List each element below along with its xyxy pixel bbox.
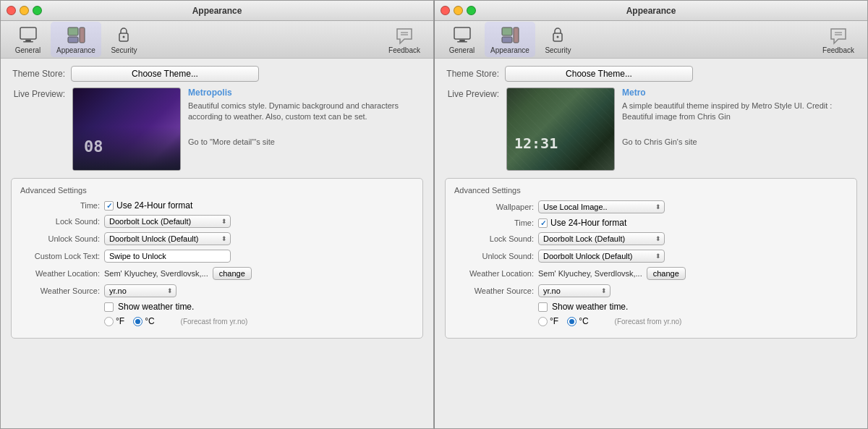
svg-rect-15 [514,27,519,43]
temp-f-option-left[interactable]: °F [104,316,124,326]
weather-location-value-right: Sem' Klyuchey, Sverdlovsk,... [538,269,642,278]
minimize-button-right[interactable] [454,6,463,15]
maximize-button[interactable] [33,6,42,15]
time-label-right: Time: [454,218,534,227]
security-label-left: Security [111,46,137,54]
lock-sound-select-left[interactable]: Doorbolt Lock (Default) [104,215,231,228]
temp-c-radio-left[interactable] [133,317,142,326]
advanced-section-right: Advanced Settings Wallpaper: Use Local I… [445,178,857,339]
preview-thumbnail-right [506,88,615,171]
weather-change-btn-right[interactable]: change [647,267,686,280]
general-tab-right[interactable]: General [442,22,482,57]
lock-sound-select-wrapper-right: Doorbolt Lock (Default) [538,232,665,245]
time-label-left: Time: [20,201,100,210]
advanced-title-left: Advanced Settings [20,186,414,195]
time-checkbox-left[interactable] [104,201,114,211]
temp-f-radio-left[interactable] [104,317,114,326]
show-weather-label-left: Show weather time. [118,302,194,312]
feedback-btn-left[interactable]: Feedback [383,22,426,57]
theme-name-right[interactable]: Metro [622,88,857,98]
lock-sound-select-right[interactable]: Doorbolt Lock (Default) [538,232,665,245]
weather-source-row-left: Weather Source: yr.no [20,284,414,297]
appearance-icon-left [66,25,86,45]
forecast-note-right: (Forecast from yr.no) [615,318,682,326]
custom-lock-input-left[interactable] [104,250,231,263]
unlock-sound-label-left: Unlock Sound: [20,234,100,243]
maximize-button-right[interactable] [467,6,476,15]
preview-info-left: Metropolis Beautiful comics style. Dynam… [188,88,423,146]
live-preview-label-right: Live Preview: [445,88,499,99]
svg-rect-1 [25,40,31,41]
custom-lock-label-left: Custom Lock Text: [20,252,100,260]
weather-source-select-left[interactable]: yr.no [104,284,176,297]
general-icon-left [18,25,38,45]
svg-rect-4 [68,37,78,43]
choose-theme-button-right[interactable]: Choose Theme... [505,66,693,82]
time-checkbox-row-left: Use 24-Hour format [104,200,192,211]
temp-c-option-left[interactable]: °C [133,316,154,326]
svg-rect-13 [502,27,512,35]
weather-source-label-left: Weather Source: [20,286,100,295]
close-button-right[interactable] [441,6,450,15]
temp-f-label-left: °F [116,316,124,326]
advanced-section-left: Advanced Settings Time: Use 24-Hour form… [11,178,423,339]
theme-link-left[interactable]: Go to "More detail"'s site [188,137,423,146]
appearance-tab-right[interactable]: Appearance [485,22,535,57]
wallpaper-select-right[interactable]: Use Local Image.. [538,200,665,213]
lock-sound-label-left: Lock Sound: [20,217,100,226]
temp-c-radio-right[interactable] [567,317,576,326]
weather-source-select-right[interactable]: yr.no [538,284,610,297]
svg-rect-0 [20,27,36,39]
temp-f-radio-right[interactable] [538,317,548,326]
general-tab-left[interactable]: General [8,22,48,57]
time-row-right: Time: Use 24-Hour format [454,218,848,228]
unlock-sound-select-left[interactable]: Doorbolt Unlock (Default) [104,232,231,245]
window-controls-left [7,6,42,15]
close-button[interactable] [7,6,16,15]
show-weather-row-left: Show weather time. [20,302,414,312]
time-checkbox-label-right: Use 24-Hour format [550,218,626,228]
temp-c-option-right[interactable]: °C [567,316,588,326]
svg-point-17 [557,36,559,38]
theme-store-label-right: Theme Store: [445,69,499,79]
theme-name-left[interactable]: Metropolis [188,88,423,98]
theme-store-row-left: Theme Store: Choose Theme... [11,66,423,82]
show-weather-row-right: Show weather time. [454,302,848,312]
theme-desc-right: A simple beautiful theme inspired by Met… [622,101,857,123]
weather-location-value-left: Sem' Klyuchey, Sverdlovsk,... [104,269,208,278]
weather-source-select-wrapper-left: yr.no [104,284,176,297]
temp-row-right: °F °C (Forecast from yr.no) [454,316,848,326]
feedback-icon-right [828,25,848,45]
wallpaper-select-wrapper-right: Use Local Image.. [538,200,665,213]
preview-info-right: Metro A simple beautiful theme inspired … [622,88,857,146]
feedback-label-right: Feedback [822,46,854,54]
show-weather-checkbox-right[interactable] [538,302,548,312]
svg-point-7 [123,36,125,38]
security-tab-left[interactable]: Security [104,22,144,57]
feedback-btn-right[interactable]: Feedback [817,22,860,57]
lock-sound-label-right: Lock Sound: [454,234,534,243]
time-checkbox-right[interactable] [538,218,548,228]
theme-link-right[interactable]: Go to Chris Gin's site [622,137,857,146]
toolbar-left: General Appearance [1,21,433,59]
weather-location-row-left: Weather Location: Sem' Klyuchey, Sverdlo… [20,267,414,280]
lock-sound-row-right: Lock Sound: Doorbolt Lock (Default) [454,232,848,245]
security-icon-right [548,25,568,45]
appearance-tab-left[interactable]: Appearance [51,22,101,57]
minimize-button[interactable] [20,6,29,15]
weather-change-btn-left[interactable]: change [213,267,252,280]
unlock-sound-select-right[interactable]: Doorbolt Unlock (Default) [538,250,665,263]
weather-location-row-right: Weather Location: Sem' Klyuchey, Sverdlo… [454,267,848,280]
temp-c-label-right: °C [579,316,588,326]
security-icon-left [114,25,134,45]
weather-source-row-right: Weather Source: yr.no [454,284,848,297]
theme-store-label-left: Theme Store: [11,69,65,79]
temp-f-option-right[interactable]: °F [538,316,558,326]
choose-theme-button-left[interactable]: Choose Theme... [71,66,259,82]
temp-f-label-right: °F [550,316,558,326]
show-weather-checkbox-left[interactable] [104,302,114,312]
security-tab-right[interactable]: Security [538,22,578,57]
weather-location-label-left: Weather Location: [20,269,100,278]
svg-rect-11 [459,40,465,41]
general-icon-right [452,25,472,45]
